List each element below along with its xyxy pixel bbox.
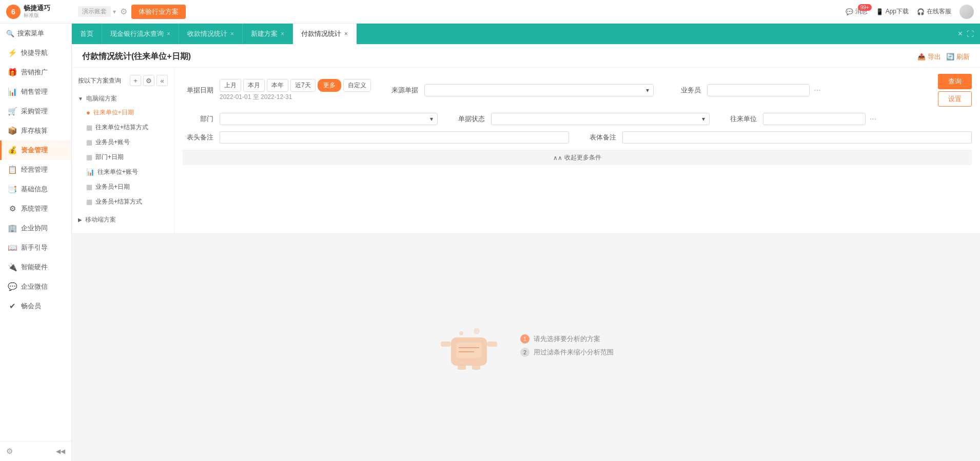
sidebar-item-guide[interactable]: 📖 新手引导: [0, 238, 71, 257]
sidebar-label-capital: 资金管理: [21, 146, 48, 155]
desktop-section-arrow: ▼: [78, 96, 83, 102]
message-icon: 💬: [846, 8, 853, 15]
export-label: 导出: [928, 52, 941, 62]
scheme-item-staff-date-label: 业务员+日期: [95, 183, 130, 191]
sidebar-item-sales[interactable]: 📊 销售管理: [0, 82, 71, 102]
scheme-section-desktop-title[interactable]: ▼ 电脑端方案: [72, 92, 174, 105]
scheme-item-unit-account[interactable]: 📊 往来单位+账号: [72, 165, 174, 179]
staff-dots[interactable]: ···: [812, 86, 822, 95]
settings-btn[interactable]: 设置: [938, 91, 972, 107]
sidebar-label-system: 系统管理: [21, 204, 48, 213]
sidebar-item-vip[interactable]: ✔ 畅会员: [0, 296, 71, 316]
date-label: 单据日期: [183, 86, 213, 95]
collapse-label: 收起更多条件: [564, 153, 601, 162]
body-note-input[interactable]: [622, 131, 972, 144]
scheme-add-btn[interactable]: +: [130, 75, 141, 86]
scheme-item-unit-settlement[interactable]: ▦ 往来单位+结算方式: [72, 120, 174, 135]
tab-new-scheme[interactable]: 新建方案 ×: [243, 24, 293, 44]
scheme-collapse-btn[interactable]: «: [156, 75, 168, 86]
headset-icon: 🎧: [917, 8, 925, 15]
query-btn[interactable]: 查询: [938, 74, 972, 89]
scheme-item-unit-settlement-label: 往来单位+结算方式: [95, 123, 148, 132]
tab-bar: 首页 现金银行流水查询 × 收款情况统计 × 新建方案 × 付款情况统计 × ×…: [72, 24, 980, 44]
tab-new-scheme-label: 新建方案: [251, 29, 278, 38]
online-service-btn[interactable]: 🎧 在线客服: [917, 7, 951, 16]
collapse-more-btn[interactable]: ∧∧ 收起更多条件: [183, 150, 972, 165]
sidebar-label-enterprise: 企业协同: [21, 224, 48, 233]
sidebar-item-marketing[interactable]: 🎁 营销推广: [0, 63, 71, 82]
scheme-item-staff-date[interactable]: ▦ 业务员+日期: [72, 179, 174, 194]
scheme-settings-btn[interactable]: ⚙: [143, 75, 154, 86]
sidebar-item-inventory[interactable]: 📦 库存核算: [0, 121, 71, 141]
try-industry-btn[interactable]: 体验行业方案: [131, 5, 186, 19]
staff-input[interactable]: [707, 84, 810, 96]
refresh-btn[interactable]: 🔄 刷新: [946, 52, 970, 62]
org-dropdown-icon[interactable]: ▾: [113, 8, 116, 15]
tab-home[interactable]: 首页: [72, 24, 102, 44]
scheme-item-staff-settlement[interactable]: ▦ 业务员+结算方式: [72, 194, 174, 209]
sidebar-label-sales: 销售管理: [21, 87, 48, 96]
empty-text: 1 请先选择要分析的方案 2 用过滤条件来缩小分析范围: [520, 334, 614, 361]
app-download-btn[interactable]: 📱 App下载: [876, 7, 909, 16]
scheme-section-mobile-title[interactable]: ▶ 移动端方案: [72, 213, 174, 226]
page-header: 付款情况统计(往来单位+日期) 📤 导出 🔄 刷新: [72, 44, 980, 68]
dept-select[interactable]: ▾: [220, 113, 438, 125]
search-menu-item[interactable]: 🔍 搜索菜单: [0, 24, 71, 43]
bottom-settings-icon[interactable]: ⚙: [6, 447, 13, 456]
empty-content: 1 请先选择要分析的方案 2 用过滤条件来缩小分析范围: [438, 322, 614, 373]
online-service-label: 在线客服: [927, 7, 951, 16]
date-btn-more[interactable]: 更多: [318, 79, 341, 92]
staff-input-wrap: ···: [707, 84, 928, 96]
sidebar-item-operations[interactable]: 📋 经营管理: [0, 160, 71, 179]
date-btn-this-month[interactable]: 本月: [243, 79, 265, 92]
export-btn[interactable]: 📤 导出: [917, 52, 941, 62]
sidebar-label-marketing: 营销推广: [21, 68, 48, 77]
user-avatar[interactable]: [959, 5, 974, 19]
marketing-icon: 🎁: [8, 68, 17, 77]
sidebar-item-quick-nav[interactable]: ⚡ 快捷导航: [0, 43, 71, 63]
svg-point-4: [459, 331, 463, 335]
scheme-item-staff-account[interactable]: ▦ 业务员+账号: [72, 135, 174, 150]
date-btn-7days[interactable]: 近7天: [290, 79, 316, 92]
scheme-item-unit-date[interactable]: ● 往来单位+日期: [72, 105, 174, 120]
tab-expand-icon[interactable]: ⛶: [967, 30, 974, 38]
date-range: 2022-01-01 至 2022-12-31: [220, 93, 371, 102]
messages-btn[interactable]: 💬 消息 99+: [846, 7, 868, 16]
source-select[interactable]: ▾: [424, 84, 654, 96]
sidebar-item-weixin[interactable]: 💬 企业微信: [0, 277, 71, 296]
tab-new-scheme-close[interactable]: ×: [281, 30, 284, 37]
logo-area: 6 畅捷通巧 标准版: [6, 4, 78, 19]
scheme-panel-header: 按以下方案查询 + ⚙ «: [72, 73, 174, 90]
date-btn-custom[interactable]: 自定义: [343, 79, 371, 92]
sidebar-item-capital[interactable]: 💰 资金管理: [0, 141, 71, 160]
tab-bank-flow-close[interactable]: ×: [167, 30, 170, 37]
scheme-item-unit-date-icon: ●: [86, 109, 90, 116]
tab-payment-stats-label: 付款情况统计: [301, 29, 341, 38]
sidebar-item-enterprise[interactable]: 🏢 企业协同: [0, 218, 71, 238]
tab-bank-flow[interactable]: 现金银行流水查询 ×: [102, 24, 179, 44]
unit-input[interactable]: [763, 113, 866, 125]
tab-payment-stats-close[interactable]: ×: [344, 30, 348, 37]
tab-payment-stats[interactable]: 付款情况统计 ×: [293, 24, 357, 44]
tab-receipt-stats-close[interactable]: ×: [230, 30, 234, 37]
tab-close-all-icon[interactable]: ×: [958, 29, 963, 38]
scheme-item-dept-date[interactable]: ▦ 部门+日期: [72, 150, 174, 165]
date-btn-last-month[interactable]: 上月: [220, 79, 241, 92]
date-btn-this-year[interactable]: 本年: [267, 79, 288, 92]
tab-receipt-stats[interactable]: 收款情况统计 ×: [179, 24, 243, 44]
sidebar-label-vip: 畅会员: [21, 302, 41, 311]
unit-dots[interactable]: ···: [868, 114, 878, 124]
sidebar-item-system[interactable]: ⚙ 系统管理: [0, 199, 71, 218]
sidebar-item-hardware[interactable]: 🔌 智能硬件: [0, 257, 71, 277]
guide-icon: 📖: [8, 243, 17, 252]
doc-status-select[interactable]: ▾: [491, 113, 709, 125]
header-note-label: 表头备注: [183, 133, 213, 142]
sidebar-bottom: ⚙ ◀◀: [0, 441, 71, 461]
gear-icon[interactable]: ⚙: [120, 7, 127, 16]
system-icon: ⚙: [8, 204, 17, 213]
sidebar-item-basicinfo[interactable]: 📑 基础信息: [0, 179, 71, 199]
header-org[interactable]: 演示账套 ▾: [78, 6, 116, 17]
header-note-input[interactable]: [220, 131, 569, 144]
sidebar-item-purchase[interactable]: 🛒 采购管理: [0, 102, 71, 121]
bottom-collapse-icon[interactable]: ◀◀: [56, 448, 65, 455]
